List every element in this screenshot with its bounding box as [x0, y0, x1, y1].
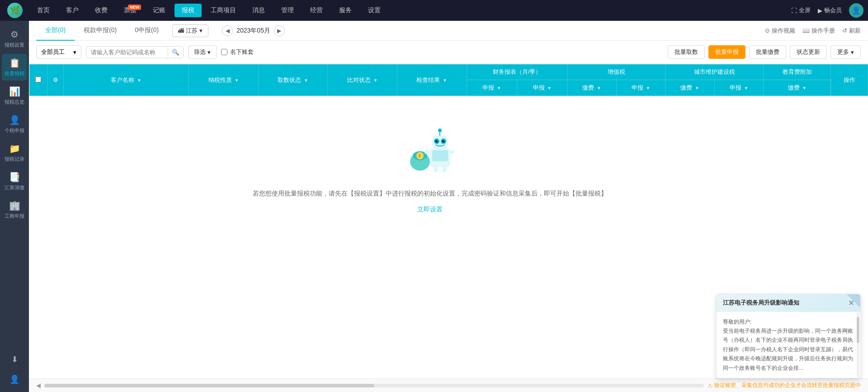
user-avatar[interactable]: 👤 — [849, 3, 863, 18]
refresh-icon: ↺ — [842, 27, 847, 34]
empty-illustration: ¥ — [403, 123, 457, 177]
more-chevron-icon: ▾ — [851, 49, 854, 56]
employee-selector[interactable]: 全部员工 ▾ — [36, 45, 81, 59]
scroll-left-arrow[interactable]: ◀ — [36, 382, 41, 389]
nav-customer[interactable]: 客户 — [59, 4, 86, 17]
sidebar-item-tax-settings[interactable]: ⚙ 报税设置 — [2, 25, 27, 52]
account-checkbox-label[interactable]: 名下账套 — [221, 48, 254, 56]
svg-rect-5 — [432, 150, 448, 161]
svg-rect-18 — [442, 166, 447, 172]
region-icon: 🏙 — [178, 27, 184, 34]
invoice-badge: NEW — [128, 5, 141, 10]
vat-declare-filter-icon[interactable]: ▼ — [547, 86, 552, 91]
th-financial-report: 财务报表（月/季） — [467, 64, 567, 80]
refresh-button[interactable]: ↺ 刷新 — [842, 27, 861, 35]
more-button[interactable]: 更多 ▾ — [830, 45, 861, 59]
region-selector[interactable]: 🏙 江苏 ▾ — [172, 24, 208, 37]
th-education-surcharge: 教育费附加 — [764, 64, 831, 80]
batch-fetch-button[interactable]: 批量取数 — [668, 45, 705, 59]
svg-text:¥: ¥ — [418, 153, 421, 158]
th-checkbox[interactable] — [29, 64, 47, 96]
vat-pay-filter-icon[interactable]: ▼ — [597, 86, 601, 91]
tax-nature-filter-icon[interactable]: ▼ — [235, 78, 239, 83]
select-all-checkbox[interactable] — [35, 76, 41, 82]
sidebar-item-personal-tax[interactable]: 👤 个税申报 — [2, 111, 27, 138]
nav-tax[interactable]: 报税 — [175, 4, 202, 17]
tab-zero-declare[interactable]: 0申报(0) — [126, 21, 168, 41]
region-chevron-icon: ▾ — [199, 27, 203, 34]
client-name-filter-icon[interactable]: ▼ — [137, 78, 142, 83]
edu-declare-filter-icon[interactable]: ▼ — [744, 86, 748, 91]
sidebar: ⚙ 报税设置 📋 批量报税 📊 报税总览 👤 个税申报 📁 报税记录 📑 汇算清… — [0, 21, 29, 392]
fetch-status-filter-icon[interactable]: ▼ — [304, 78, 308, 83]
search-button[interactable]: 🔍 — [168, 47, 183, 58]
nav-business[interactable]: 工商项目 — [203, 4, 243, 17]
fin-declare-filter-icon[interactable]: ▼ — [497, 86, 501, 91]
th-operation: 操作 — [831, 64, 868, 96]
nav-manage[interactable]: 管理 — [274, 4, 301, 17]
th-urban-pay: 缴费 ▼ — [665, 80, 714, 96]
manual-button[interactable]: 📖 操作手册 — [802, 27, 835, 35]
nav-invoice[interactable]: 票据 NEW — [117, 4, 144, 17]
th-edu-pay: 缴费 ▼ — [764, 80, 831, 96]
logo[interactable]: 🌿 — [5, 0, 25, 21]
sidebar-item-tax-record[interactable]: 📁 报税记录 — [2, 139, 27, 166]
th-urban-maintenance: 城市维护建设税 — [665, 64, 764, 80]
th-vat: 增值税 — [567, 64, 665, 80]
th-fetch-status: 取数状态 ▼ — [258, 64, 328, 96]
nav-home[interactable]: 首页 — [30, 4, 57, 17]
account-checkbox[interactable] — [221, 49, 227, 55]
fullscreen-button[interactable]: ⛶ 全屏 — [791, 6, 811, 14]
status-update-button[interactable]: 状态更新 — [790, 45, 827, 59]
th-gear[interactable]: ⚙ — [47, 64, 64, 96]
sidebar-item-batch-tax[interactable]: 📋 批量报税 — [2, 54, 27, 81]
nav-menu: 首页 客户 收费 票据 NEW 记账 报税 工商项目 消息 管理 经营 — [30, 4, 791, 17]
tab-all[interactable]: 全部(0) — [36, 21, 75, 41]
nav-operation[interactable]: 经营 — [303, 4, 330, 17]
th-vat-declare: 申报 ▼ — [517, 80, 568, 96]
prev-month-button[interactable]: ◀ — [222, 25, 233, 36]
svg-rect-17 — [434, 166, 438, 172]
setup-link[interactable]: 立即设置 — [417, 206, 443, 214]
sidebar-item-business-report[interactable]: 🏢 工商年报 — [2, 196, 27, 223]
nav-fee[interactable]: 收费 — [88, 4, 115, 17]
sidebar-profile-button[interactable]: 👤 — [6, 371, 23, 387]
nav-settings[interactable]: 设置 — [361, 4, 388, 17]
sidebar-download-button[interactable]: ⬇ — [6, 351, 23, 368]
filter-button[interactable]: 筛选 ▾ — [188, 45, 217, 59]
compare-status-filter-icon[interactable]: ▼ — [373, 78, 378, 83]
personal-tax-icon: 👤 — [9, 115, 20, 125]
employee-selector-chevron-icon: ▾ — [73, 49, 76, 56]
manual-icon: 📖 — [802, 27, 810, 34]
batch-tax-icon: 📋 — [9, 57, 20, 68]
notification-body: 尊敬的用户: 受当前电子税务局进一步升级的影响，同一个政务网账号（办税人）名下的… — [717, 312, 860, 378]
sidebar-item-annual-settle[interactable]: 📑 汇算清缴 — [2, 168, 27, 195]
tax-overview-icon: 📊 — [9, 86, 20, 97]
check-result-filter-icon[interactable]: ▼ — [443, 78, 447, 83]
batch-declare-button[interactable]: 批量申报 — [708, 45, 745, 59]
nav-service[interactable]: 服务 — [332, 4, 359, 17]
horizontal-scrollbar[interactable] — [44, 384, 704, 387]
nav-message[interactable]: 消息 — [245, 4, 272, 17]
warning-text: ⚠ 验证账密、采集信息均成功的企业才会流转至批量报税页面中 — [708, 382, 861, 389]
sidebar-item-tax-overview[interactable]: 📊 报税总览 — [2, 82, 27, 109]
urban-declare-filter-icon[interactable]: ▼ — [646, 86, 651, 91]
nav-bookkeeping[interactable]: 记账 — [146, 4, 173, 17]
search-input[interactable] — [86, 47, 168, 58]
search-icon: 🔍 — [172, 49, 179, 56]
tab-declare[interactable]: 税款申报(0) — [75, 21, 126, 41]
th-client-name: 客户名称 ▼ — [64, 64, 189, 96]
video-tutorial-button[interactable]: ⊙ 操作视频 — [765, 27, 795, 35]
notification-panel: 江苏电子税务局升级影响通知 ✕ 尊敬的用户: 受当前电子税务局进一步升级的影响，… — [716, 294, 861, 378]
tabs-bar-actions: ⊙ 操作视频 📖 操作手册 ↺ 刷新 — [765, 27, 861, 35]
next-month-button[interactable]: ▶ — [274, 25, 285, 36]
tax-record-icon: 📁 — [9, 143, 20, 154]
svg-rect-16 — [449, 150, 455, 154]
business-report-icon: 🏢 — [9, 200, 20, 211]
toolbar-actions: 批量取数 批量申报 批量缴费 状态更新 更多 ▾ — [668, 45, 861, 59]
vip-button[interactable]: ▶ 畅会员 — [818, 6, 842, 14]
urban-pay-filter-icon[interactable]: ▼ — [695, 86, 699, 91]
fullscreen-icon: ⛶ — [791, 7, 797, 14]
edu-pay-filter-icon[interactable]: ▼ — [802, 86, 807, 91]
batch-pay-button[interactable]: 批量缴费 — [749, 45, 786, 59]
